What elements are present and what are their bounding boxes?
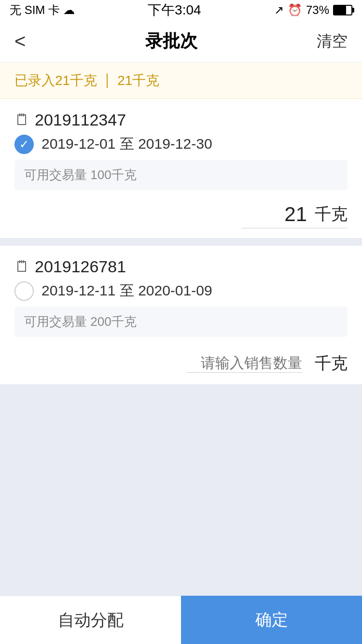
back-button[interactable]: < — [14, 30, 26, 52]
check-icon-1: ✓ — [19, 138, 29, 151]
auto-distribute-button[interactable]: 自动分配 — [0, 596, 181, 644]
quantity-value-1: 21 — [284, 203, 307, 226]
batch-date-row-1[interactable]: ✓ 2019-12-01 至 2019-12-30 — [0, 134, 362, 160]
total-label: 21千克 — [117, 71, 159, 90]
batch-radio-1[interactable]: ✓ — [14, 135, 34, 154]
quantity-input-2[interactable] — [119, 355, 302, 371]
page-title: 录批次 — [145, 29, 197, 53]
confirm-button[interactable]: 确定 — [181, 596, 362, 644]
batch-date-1: 2019-12-01 至 2019-12-30 — [42, 134, 212, 154]
input-wrapper-2 — [119, 355, 302, 373]
available-text-1: 可用交易量 100千克 — [24, 168, 137, 182]
available-text-2: 可用交易量 200千克 — [24, 314, 137, 329]
nav-bar: < 录批次 清空 — [0, 20, 362, 63]
summary-divider — [107, 73, 108, 88]
batch-card-2: 🗒 2019126781 2019-12-11 至 2020-01-09 可用交… — [0, 246, 362, 384]
section-separator-1 — [0, 238, 362, 246]
available-row-2: 可用交易量 200千克 — [14, 307, 348, 337]
status-left: 无 SIM 卡 ☁ — [10, 2, 75, 18]
status-time: 下午3:04 — [148, 1, 201, 19]
recorded-label: 已录入21千克 — [14, 71, 97, 90]
empty-area — [0, 392, 362, 600]
clear-button[interactable]: 清空 — [317, 31, 348, 52]
batch-header-2: 🗒 2019126781 — [0, 246, 362, 281]
batch-doc-icon-1: 🗒 — [14, 111, 30, 129]
batch-id-1: 2019112347 — [35, 111, 126, 129]
summary-bar: 已录入21千克 21千克 — [0, 63, 362, 99]
batch-date-2: 2019-12-11 至 2020-01-09 — [42, 281, 212, 301]
sim-label: 无 SIM 卡 ☁ — [10, 2, 75, 18]
batch-card-1: 🗒 2019112347 ✓ 2019-12-01 至 2019-12-30 可… — [0, 99, 362, 238]
available-row-1: 可用交易量 100千克 — [14, 160, 348, 190]
quantity-underline-1 — [0, 228, 362, 238]
quantity-input-row-2[interactable]: 千克 — [0, 345, 362, 384]
location-icon: ↗ — [274, 3, 284, 17]
batch-doc-icon-2: 🗒 — [14, 258, 30, 276]
quantity-unit-2: 千克 — [315, 352, 348, 375]
status-right: ↗ ⏰ 73% — [274, 3, 352, 17]
batch-id-2: 2019126781 — [35, 257, 126, 276]
section-separator-2 — [0, 384, 362, 392]
status-bar: 无 SIM 卡 ☁ 下午3:04 ↗ ⏰ 73% — [0, 0, 362, 20]
batch-radio-2[interactable] — [14, 281, 34, 301]
quantity-display-1: 21 千克 — [0, 198, 362, 228]
battery-label: 73% — [306, 3, 329, 17]
underline-line-1 — [241, 228, 348, 228]
batch-date-row-2[interactable]: 2019-12-11 至 2020-01-09 — [0, 281, 362, 307]
alarm-icon: ⏰ — [288, 3, 302, 17]
quantity-unit-1: 千克 — [315, 203, 348, 225]
bottom-bar: 自动分配 确定 — [0, 596, 362, 644]
input-underline-2 — [186, 372, 302, 373]
battery-icon — [333, 5, 352, 15]
batch-header-1: 🗒 2019112347 — [0, 99, 362, 134]
